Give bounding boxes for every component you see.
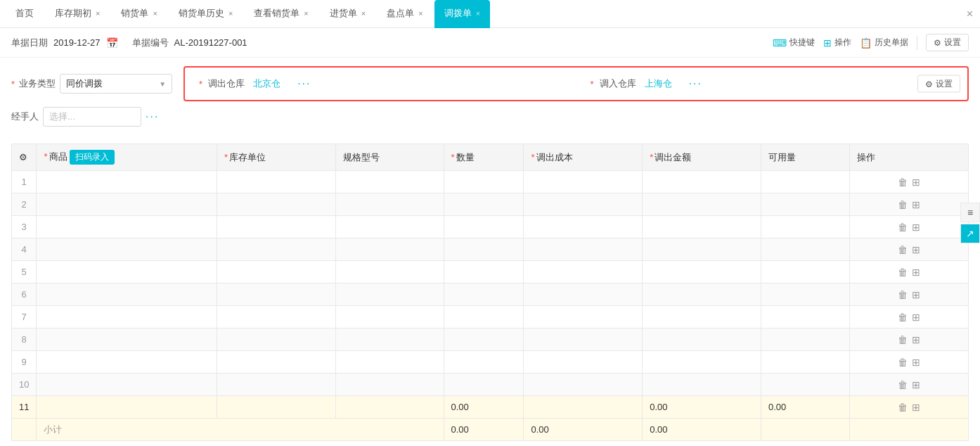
delete-icon[interactable]: 🗑: [898, 402, 908, 413]
tab-inventory-init[interactable]: 库存期初 ×: [45, 0, 110, 28]
cell-qty[interactable]: [444, 216, 524, 238]
cell-available[interactable]: [761, 261, 849, 283]
delete-icon[interactable]: 🗑: [898, 244, 908, 255]
cell-spec[interactable]: [335, 283, 444, 306]
cell-available[interactable]: [761, 306, 849, 329]
warehouse-out-value[interactable]: 北京仓: [253, 77, 281, 90]
cell-unit[interactable]: [217, 306, 335, 329]
cell-available[interactable]: [761, 283, 849, 306]
cell-available[interactable]: 0.00: [761, 396, 849, 419]
close-icon-transfer[interactable]: ×: [476, 9, 480, 18]
cell-unit[interactable]: [217, 351, 335, 374]
cell-spec[interactable]: [335, 238, 444, 261]
delete-icon[interactable]: 🗑: [898, 177, 908, 188]
cell-product[interactable]: [37, 351, 217, 374]
cell-product[interactable]: [37, 216, 217, 238]
cell-amount[interactable]: [643, 171, 761, 193]
settings-button[interactable]: ⚙ 设置: [926, 34, 969, 51]
cell-spec[interactable]: [335, 306, 444, 329]
cell-amount[interactable]: [643, 283, 761, 306]
cell-unit[interactable]: [217, 396, 335, 419]
close-icon[interactable]: ×: [304, 9, 308, 18]
cell-qty[interactable]: [444, 238, 524, 261]
cell-cost[interactable]: [524, 283, 643, 306]
delete-icon[interactable]: 🗑: [898, 267, 908, 278]
cell-unit[interactable]: [217, 261, 335, 283]
tab-sales-order[interactable]: 销货单 ×: [111, 0, 167, 28]
copy-icon[interactable]: ⊞: [912, 402, 920, 413]
delete-icon[interactable]: 🗑: [898, 334, 908, 345]
copy-icon[interactable]: ⊞: [912, 267, 920, 278]
cell-product[interactable]: [37, 238, 217, 261]
cell-qty[interactable]: [444, 171, 524, 193]
cell-product[interactable]: [37, 329, 217, 351]
copy-icon[interactable]: ⊞: [912, 289, 920, 300]
cell-unit[interactable]: [217, 193, 335, 216]
cell-spec[interactable]: [335, 193, 444, 216]
tab-home[interactable]: 首页: [6, 0, 44, 28]
cell-amount[interactable]: [643, 351, 761, 374]
warehouse-out-dots[interactable]: ···: [297, 77, 311, 90]
cell-spec[interactable]: [335, 374, 444, 396]
cell-product[interactable]: [37, 306, 217, 329]
cell-unit[interactable]: [217, 329, 335, 351]
delete-icon[interactable]: 🗑: [898, 289, 908, 300]
cell-qty[interactable]: [444, 351, 524, 374]
close-icon[interactable]: ×: [153, 9, 157, 18]
delete-icon[interactable]: 🗑: [898, 222, 908, 233]
date-value[interactable]: 2019-12-27: [53, 37, 101, 48]
close-icon[interactable]: ×: [96, 9, 100, 18]
cell-amount[interactable]: [643, 216, 761, 238]
cell-qty[interactable]: [444, 306, 524, 329]
cell-qty[interactable]: [444, 193, 524, 216]
cell-available[interactable]: [761, 329, 849, 351]
cell-amount[interactable]: [643, 238, 761, 261]
cell-qty[interactable]: 0.00: [444, 396, 524, 419]
tab-transfer[interactable]: 调拨单 ×: [434, 0, 490, 28]
copy-icon[interactable]: ⊞: [912, 177, 920, 188]
business-type-select[interactable]: 同价调拨 ▼: [60, 74, 172, 94]
cell-amount[interactable]: [643, 306, 761, 329]
cell-unit[interactable]: [217, 283, 335, 306]
cell-cost[interactable]: [524, 238, 643, 261]
cell-spec[interactable]: [335, 171, 444, 193]
warehouse-in-value[interactable]: 上海仓: [645, 77, 672, 90]
tab-purchase[interactable]: 进货单 ×: [320, 0, 375, 28]
copy-icon[interactable]: ⊞: [912, 222, 920, 233]
cell-qty[interactable]: [444, 374, 524, 396]
shortcuts-btn[interactable]: ⌨ 快捷键: [773, 37, 815, 49]
expand-float-btn[interactable]: ↗: [960, 224, 980, 243]
cell-product[interactable]: [37, 193, 217, 216]
cell-cost[interactable]: [524, 171, 643, 193]
cell-cost[interactable]: [524, 374, 643, 396]
close-icon[interactable]: ×: [418, 9, 423, 18]
list-float-btn[interactable]: ≡: [960, 203, 980, 222]
delete-icon[interactable]: 🗑: [898, 357, 908, 368]
handler-dots[interactable]: ···: [146, 110, 159, 123]
copy-icon[interactable]: ⊞: [912, 334, 920, 345]
cell-available[interactable]: [761, 171, 849, 193]
handler-select[interactable]: 选择...: [43, 107, 141, 127]
copy-icon[interactable]: ⊞: [912, 357, 920, 368]
cell-amount[interactable]: 0.00: [643, 396, 761, 419]
cell-spec[interactable]: [335, 351, 444, 374]
cell-spec[interactable]: [335, 216, 444, 238]
cell-unit[interactable]: [217, 171, 335, 193]
cell-amount[interactable]: [643, 261, 761, 283]
copy-icon[interactable]: ⊞: [912, 379, 920, 390]
cell-available[interactable]: [761, 216, 849, 238]
close-icon[interactable]: ×: [228, 9, 233, 18]
cell-amount[interactable]: [643, 193, 761, 216]
cell-cost[interactable]: [524, 396, 643, 419]
cell-product[interactable]: [37, 261, 217, 283]
cell-unit[interactable]: [217, 374, 335, 396]
cell-spec[interactable]: [335, 261, 444, 283]
cell-unit[interactable]: [217, 238, 335, 261]
cell-available[interactable]: [761, 238, 849, 261]
cell-qty[interactable]: [444, 329, 524, 351]
delete-icon[interactable]: 🗑: [898, 312, 908, 323]
th-gear[interactable]: ⚙: [12, 144, 37, 171]
cell-cost[interactable]: [524, 329, 643, 351]
cell-product[interactable]: [37, 396, 217, 419]
window-close-icon[interactable]: ×: [967, 8, 973, 20]
